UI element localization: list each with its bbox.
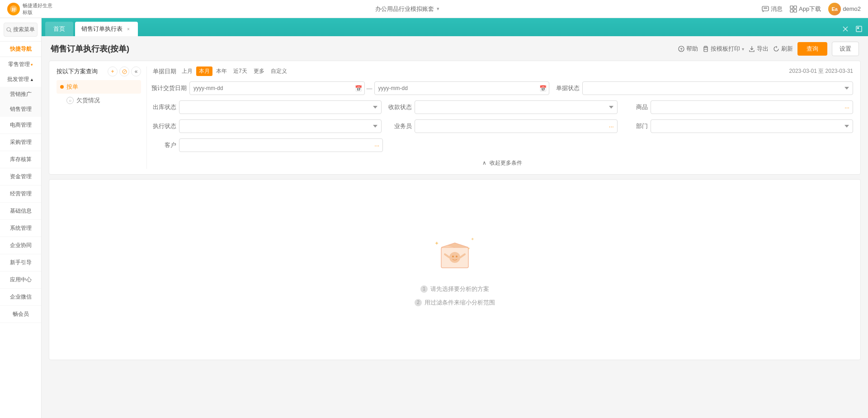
expected-date-label: 预计交货日期 bbox=[151, 84, 187, 92]
sidebar-item-system[interactable]: 系统管理 bbox=[0, 220, 41, 237]
scheme-sub-item-shortage[interactable]: ○ 欠货情况 bbox=[57, 94, 141, 107]
date-from-input[interactable] bbox=[189, 81, 365, 95]
shortage-icon: ○ bbox=[66, 97, 74, 104]
salesman-label: 业务员 bbox=[387, 122, 412, 130]
empty-illustration: ✦ ✦ ✦ bbox=[428, 229, 482, 275]
tab-home[interactable]: 首页 bbox=[45, 22, 73, 36]
sidebar-item-marketing[interactable]: 营销推广 bbox=[0, 87, 41, 102]
sidebar-item-ecommerce[interactable]: 电商管理 bbox=[0, 117, 41, 134]
warehouse-label: 出库状态 bbox=[151, 103, 176, 111]
user-profile-btn[interactable]: Ea demo2 bbox=[828, 3, 861, 15]
dept-select[interactable] bbox=[651, 119, 853, 133]
svg-rect-4 bbox=[794, 6, 797, 9]
query-btn[interactable]: 查询 bbox=[797, 42, 827, 56]
tip-num-1: 1 bbox=[420, 285, 428, 293]
date-tab-last-month[interactable]: 上月 bbox=[179, 66, 195, 76]
date-tab-custom[interactable]: 自定义 bbox=[268, 66, 290, 76]
dept-control bbox=[651, 119, 853, 133]
payment-select[interactable] bbox=[415, 100, 617, 114]
customer-label: 客户 bbox=[151, 141, 176, 149]
scheme-item-by-order[interactable]: 按单 bbox=[57, 80, 141, 94]
exec-select[interactable] bbox=[179, 119, 382, 133]
empty-tip-2: 2 用过滤条件来缩小分析范围 bbox=[415, 297, 495, 309]
sidebar-item-basic-info[interactable]: 基础信息 bbox=[0, 203, 41, 220]
data-area: ✦ ✦ ✦ 1 请先选择要分析的方案 2 用过滤条件来缩小分析范围 bbox=[49, 179, 861, 360]
calendar-from-icon[interactable]: 📅 bbox=[355, 85, 362, 92]
sidebar-item-quick-nav[interactable]: 快捷导航 bbox=[0, 42, 41, 57]
retail-arrow-icon: ▾ bbox=[31, 62, 33, 67]
company-selector[interactable]: 办公用品行业模拟账套 ▾ bbox=[375, 5, 439, 13]
page-actions: ? 帮助 按模板打印 ▾ bbox=[678, 42, 859, 56]
sidebar-item-retail[interactable]: 零售管理 ▾ bbox=[0, 57, 41, 72]
scheme-title: 按以下方案查询 bbox=[57, 67, 98, 76]
salesman-more-icon[interactable]: ··· bbox=[609, 123, 614, 130]
product-control: ··· bbox=[651, 100, 853, 114]
sidebar-item-app-center[interactable]: 应用中心 bbox=[0, 271, 41, 289]
sidebar-item-finance[interactable]: 资金管理 bbox=[0, 168, 41, 185]
svg-point-7 bbox=[7, 28, 10, 31]
settings-btn[interactable]: 设置 bbox=[832, 42, 859, 56]
help-btn[interactable]: ? 帮助 bbox=[678, 45, 698, 53]
filter-exec-status: 执行状态 bbox=[151, 119, 382, 133]
collapse-scheme-btn[interactable]: « bbox=[131, 66, 141, 76]
sidebar-item-purchase[interactable]: 采购管理 bbox=[0, 134, 41, 151]
tip-1-text: 请先选择要分析的方案 bbox=[430, 283, 489, 295]
help-icon: ? bbox=[678, 46, 684, 52]
filter-row-1: 单据日期 上月 本月 本年 近7天 更多 自定义 2023 bbox=[151, 66, 853, 76]
tab-expand-btn[interactable] bbox=[854, 24, 864, 36]
sidebar-item-enterprise-wechat[interactable]: 企业微信 bbox=[0, 289, 41, 306]
page-content: 销售订单执行表(按单) ? 帮助 bbox=[42, 36, 868, 418]
export-btn[interactable]: 导出 bbox=[749, 45, 769, 53]
date-label: 单据日期 bbox=[151, 67, 176, 76]
date-tab-more[interactable]: 更多 bbox=[251, 66, 267, 76]
svg-text:?: ? bbox=[680, 47, 683, 52]
search-menu-btn[interactable]: 搜索菜单 bbox=[4, 23, 38, 37]
svg-point-22 bbox=[456, 256, 458, 257]
page-title-bar: 销售订单执行表(按单) ? 帮助 bbox=[49, 42, 861, 56]
tab-close-all-btn[interactable] bbox=[840, 24, 851, 36]
sidebar-item-wholesale[interactable]: 批发管理 ▲ bbox=[0, 72, 41, 87]
message-btn[interactable]: 消息 bbox=[762, 5, 783, 13]
sidebar-item-sales[interactable]: 销售管理 bbox=[0, 102, 41, 117]
svg-rect-15 bbox=[704, 49, 708, 52]
edit-scheme-btn[interactable] bbox=[119, 66, 129, 76]
filter-salesman: 业务员 ··· bbox=[387, 119, 617, 133]
sidebar-item-enterprise-collab[interactable]: 企业协同 bbox=[0, 237, 41, 254]
product-input[interactable] bbox=[651, 100, 853, 114]
customer-more-icon[interactable]: ··· bbox=[374, 142, 379, 149]
svg-rect-3 bbox=[790, 6, 793, 9]
sidebar-item-operations[interactable]: 经营管理 bbox=[0, 185, 41, 203]
date-tab-this-year[interactable]: 本年 bbox=[213, 66, 230, 76]
scheme-sub-label: 欠货情况 bbox=[76, 96, 100, 104]
svg-line-18 bbox=[123, 71, 126, 73]
page-title: 销售订单执行表(按单) bbox=[51, 43, 129, 54]
filter-layout: 按以下方案查询 + bbox=[57, 66, 853, 169]
collapse-text: 收起更多条件 bbox=[490, 160, 522, 166]
product-more-icon[interactable]: ··· bbox=[844, 104, 849, 111]
payment-control bbox=[415, 100, 617, 114]
sidebar-item-inventory[interactable]: 库存核算 bbox=[0, 151, 41, 168]
date-tab-7days[interactable]: 近7天 bbox=[231, 66, 250, 76]
date-to-input[interactable] bbox=[374, 81, 550, 95]
salesman-input[interactable] bbox=[415, 119, 617, 133]
tab-active[interactable]: 销售订单执行表 × bbox=[75, 22, 138, 36]
payment-label: 收款状态 bbox=[387, 103, 412, 111]
add-scheme-btn[interactable]: + bbox=[108, 66, 118, 76]
sidebar-item-membership[interactable]: 畅会员 bbox=[0, 306, 41, 323]
header-left: 好 畅捷通好生意 标版 bbox=[7, 2, 52, 15]
calendar-to-icon[interactable]: 📅 bbox=[539, 85, 547, 92]
tab-close-btn[interactable]: × bbox=[125, 26, 132, 32]
wholesale-arrow-icon: ▲ bbox=[30, 77, 34, 82]
app-download-btn[interactable]: App下载 bbox=[790, 5, 821, 13]
status-select[interactable] bbox=[582, 81, 853, 95]
collapse-more-btn[interactable]: ∧ 收起更多条件 bbox=[151, 157, 853, 169]
customer-input[interactable] bbox=[179, 138, 383, 152]
tip-num-2: 2 bbox=[415, 299, 422, 306]
print-btn[interactable]: 按模板打印 ▾ bbox=[703, 45, 744, 53]
warehouse-select[interactable] bbox=[179, 100, 382, 114]
refresh-btn[interactable]: 刷新 bbox=[773, 45, 793, 53]
sidebar-item-new-user[interactable]: 新手引导 bbox=[0, 254, 41, 271]
company-chevron: ▾ bbox=[437, 6, 439, 12]
exec-control bbox=[179, 119, 382, 133]
date-tab-this-month[interactable]: 本月 bbox=[196, 66, 212, 76]
